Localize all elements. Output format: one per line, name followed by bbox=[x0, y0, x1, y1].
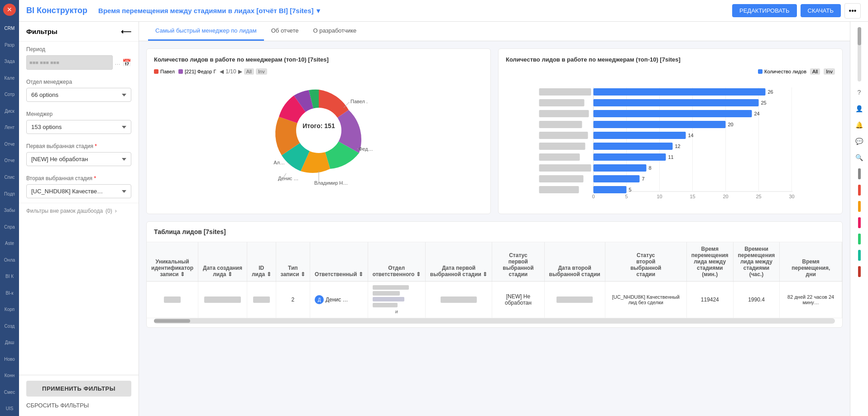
sidebar-item-podp[interactable]: Подп bbox=[2, 186, 17, 201]
bell-icon[interactable]: 🔔 bbox=[852, 118, 867, 132]
col-responsible[interactable]: Ответственный ⇕ bbox=[310, 242, 368, 282]
tab-about-report[interactable]: Об отчете bbox=[264, 22, 306, 41]
cell-time-hours: 1990.4 bbox=[733, 282, 780, 318]
period-start[interactable]: ■■■ ■■■ ■■■ bbox=[26, 55, 113, 70]
filters-outside[interactable]: Фильтры вне рамок дашбоода (0) › bbox=[19, 203, 139, 219]
bar-inv-badge[interactable]: Inv bbox=[824, 68, 835, 75]
pie-label-fed: Фед… bbox=[359, 146, 373, 152]
sidebar-item-bikk[interactable]: BI-к bbox=[2, 286, 17, 301]
col-status-stage1[interactable]: Статуспервойвыбраннойстадии bbox=[492, 242, 544, 282]
pie-label-vladimir: Владимир Н… bbox=[314, 180, 348, 186]
sidebar-item-zada[interactable]: Зада bbox=[2, 54, 17, 69]
table-title: Таблица лидов [7sites] bbox=[147, 222, 842, 242]
collapse-filters-icon[interactable]: ⟵ bbox=[121, 27, 131, 36]
bar-label-10 bbox=[539, 186, 579, 193]
col-status-stage2[interactable]: Статусвторойвыбраннойстадии bbox=[605, 242, 686, 282]
bar-label-7 bbox=[539, 153, 580, 161]
dept-and: и bbox=[373, 309, 421, 314]
dropdown-icon[interactable]: ▾ bbox=[317, 7, 320, 15]
apply-filters-button[interactable]: ПРИМЕНИТЬ ФИЛЬТРЫ bbox=[26, 381, 131, 397]
pie-legend: Павел [221] Федор Г ◀ 1/10 ▶ All bbox=[154, 68, 483, 75]
sidebar-item-korp[interactable]: Корп bbox=[2, 302, 17, 317]
bar-7 bbox=[594, 153, 666, 161]
sort-icon-responsible[interactable]: ⇕ bbox=[359, 271, 363, 277]
col-time-days[interactable]: Времяперемещения,дни bbox=[780, 242, 842, 282]
sidebar-item-zaby[interactable]: Забы bbox=[2, 203, 17, 218]
next-page-icon[interactable]: ▶ bbox=[238, 68, 242, 75]
sort-icon-dept[interactable]: ⇕ bbox=[416, 271, 421, 277]
sidebar-item-spis[interactable]: Спис bbox=[2, 170, 17, 185]
table-row: …09 …1 11:58:55 …42 2 bbox=[147, 282, 842, 318]
sidebar-item-aste[interactable]: Aste bbox=[2, 236, 17, 251]
pie-svg: Итого: 151 Павел . Ал… Денис … Владимир … bbox=[260, 78, 378, 187]
col-dept[interactable]: Отделответственного ⇕ bbox=[368, 242, 425, 282]
sort-icon-lead-id[interactable]: ⇕ bbox=[267, 271, 271, 277]
search-icon[interactable]: 🔍 bbox=[852, 150, 867, 165]
sidebar-item-konn[interactable]: Конн bbox=[2, 368, 17, 383]
question-icon[interactable]: ? bbox=[852, 85, 867, 100]
horizontal-scrollbar[interactable] bbox=[154, 318, 835, 324]
sidebar-item-uis[interactable]: UIS bbox=[2, 401, 17, 416]
sidebar-item-dash[interactable]: Даш bbox=[2, 335, 17, 350]
sidebar-item-bik[interactable]: BI К bbox=[2, 269, 17, 284]
logo-bi: BI bbox=[26, 6, 34, 15]
dept-blur-1 bbox=[373, 285, 409, 290]
sidebar-item-spra[interactable]: Спра bbox=[2, 220, 17, 234]
col-date-stage1[interactable]: Дата первойвыбранной стадии ⇕ bbox=[425, 242, 492, 282]
sidebar-item-crm[interactable]: CRM bbox=[2, 21, 17, 36]
all-badge[interactable]: All bbox=[244, 68, 254, 75]
sidebar-item-disk[interactable]: Диск bbox=[2, 104, 17, 119]
sidebar-item-otche1[interactable]: Отче bbox=[2, 137, 17, 152]
download-button[interactable]: СКАЧАТЬ bbox=[801, 4, 841, 17]
bar-6 bbox=[594, 143, 673, 150]
bar-label-9 bbox=[539, 175, 584, 182]
bar-chart-title: Количество лидов в работе по менеджерам … bbox=[506, 56, 835, 63]
sort-icon-date-stage1[interactable]: ⇕ bbox=[483, 271, 487, 277]
stage2-select[interactable]: [UC_NHDU8K] Качестве… bbox=[26, 184, 131, 198]
sidebar-item-onla[interactable]: Онла bbox=[2, 253, 17, 268]
dept-blur-4 bbox=[373, 303, 398, 307]
more-options-button[interactable]: ••• bbox=[844, 3, 861, 19]
sidebar-item-sotr[interactable]: Сотр bbox=[2, 87, 17, 102]
filters-panel: Фильтры ⟵ Период ■■■ ■■■ ■■■ … 📅 Отдел м… bbox=[19, 22, 139, 416]
col-lead-id[interactable]: IDлида ⇕ bbox=[247, 242, 276, 282]
sidebar-item-novo[interactable]: Ново bbox=[2, 352, 17, 367]
sidebar-item-lent[interactable]: Лент bbox=[2, 120, 17, 135]
user-icon[interactable]: 👤 bbox=[852, 101, 867, 116]
period-filter: Период ■■■ ■■■ ■■■ … 📅 bbox=[19, 42, 139, 74]
sidebar-item-razr[interactable]: Разр bbox=[2, 38, 17, 53]
dept-select[interactable]: 66 options bbox=[26, 88, 131, 102]
color-strip-teal bbox=[852, 248, 867, 263]
sort-icon-date-created[interactable]: ⇕ bbox=[228, 271, 232, 277]
reset-filters-button[interactable]: СБРОСИТЬ ФИЛЬТРЫ bbox=[26, 400, 131, 411]
bar-all-badge[interactable]: All bbox=[810, 68, 820, 75]
sort-icon-unique-id[interactable]: ⇕ bbox=[180, 271, 185, 277]
vertical-scrollbar-thumb[interactable] bbox=[858, 27, 861, 45]
calendar-icon[interactable]: 📅 bbox=[122, 58, 131, 67]
sidebar-item-kale[interactable]: Кале bbox=[2, 71, 17, 86]
close-button[interactable]: ✕ bbox=[3, 4, 16, 16]
stage1-label: Первая выбранная стадия bbox=[26, 143, 131, 149]
chat-icon[interactable]: 💬 bbox=[852, 134, 867, 148]
prev-page-icon[interactable]: ◀ bbox=[220, 68, 224, 75]
table-wrapper[interactable]: Уникальный идентификатор записи ⇕ Дата с… bbox=[147, 242, 842, 318]
sidebar-item-smes[interactable]: Смес bbox=[2, 385, 17, 400]
manager-select[interactable]: 153 options bbox=[26, 120, 131, 134]
edit-button[interactable]: РЕДАКТИРОВАТЬ bbox=[732, 4, 797, 17]
col-unique-id[interactable]: Уникальный идентификатор записи ⇕ bbox=[147, 242, 198, 282]
inv-badge[interactable]: Inv bbox=[256, 68, 267, 75]
period-input[interactable]: ■■■ ■■■ ■■■ … 📅 bbox=[26, 55, 131, 70]
scrollbar-thumb[interactable] bbox=[154, 319, 190, 323]
sidebar-item-otche2[interactable]: Отче bbox=[2, 153, 17, 168]
vertical-scrollbar[interactable] bbox=[858, 27, 861, 81]
sidebar-item-sozd[interactable]: Созд bbox=[2, 319, 17, 334]
col-time-min[interactable]: Времяперемещениялида междустадиями(мин.) bbox=[686, 242, 733, 282]
col-date-created[interactable]: Дата созданиялида ⇕ bbox=[198, 242, 247, 282]
tab-about-developer[interactable]: О разработчике bbox=[306, 22, 364, 41]
col-time-hours[interactable]: Времениперемещениялида междустадиями(час… bbox=[733, 242, 780, 282]
stage1-select[interactable]: [NEW] Не обработан bbox=[26, 152, 131, 166]
sort-icon-type[interactable]: ⇕ bbox=[301, 271, 305, 277]
col-date-stage2[interactable]: Дата второйвыбранной стадии bbox=[544, 242, 605, 282]
tab-fastest-manager[interactable]: Самый быстрый менеджер по лидам bbox=[148, 22, 264, 41]
col-type[interactable]: Типзаписи ⇕ bbox=[276, 242, 310, 282]
